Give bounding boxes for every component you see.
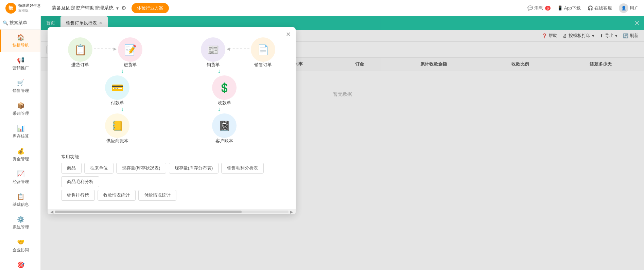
user-area[interactable]: 👤 用户 — [619, 3, 639, 13]
enterprise-icon: 🤝 — [17, 238, 24, 246]
scroll-right-arrow[interactable]: ▶ — [289, 210, 294, 214]
system-title: 装备及固定资产辅助管理系统 ▾ ⚙ 体验行业方案 — [52, 3, 527, 13]
sidebar-item-marketing[interactable]: 📢 营销推广 — [0, 52, 40, 75]
inventory-icon: 📊 — [17, 125, 24, 132]
sidebar-item-purchase[interactable]: 📦 采购管理 — [0, 98, 40, 121]
sidebar-item-operations[interactable]: 📈 经营管理 — [0, 166, 40, 189]
enterprise-label: 企业协同 — [13, 247, 29, 253]
purchase-label: 采购管理 — [13, 111, 29, 116]
supplier-ledger-circle[interactable]: 📒 — [105, 113, 129, 138]
receipt-label: 收款单 — [218, 100, 231, 106]
purchase-order-label: 进货订单 — [71, 62, 89, 68]
app-download-button[interactable]: 📱 App下载 — [557, 5, 581, 11]
sidebar-item-inventory[interactable]: 📊 库存核算 — [0, 121, 40, 143]
sidebar-item-finance[interactable]: 💰 资金管理 — [0, 143, 40, 166]
scroll-left-arrow[interactable]: ◀ — [49, 210, 55, 214]
sidebar-item-basic-info[interactable]: 📋 基础信息 — [0, 189, 40, 212]
down-arrow-receipt: ↓ — [207, 106, 275, 112]
sidebar-search[interactable]: 🔍 搜索菜单 — [0, 16, 40, 30]
newbie-icon: 🎯 — [17, 261, 24, 269]
top-right: 💬 消息 6 📱 App下载 🎧 在线客服 👤 用户 — [527, 3, 639, 13]
purchase-bill-label: 进货单 — [124, 62, 137, 68]
supplier-ledger-label: 供应商账本 — [106, 138, 128, 144]
sales-label: 销售管理 — [13, 88, 29, 94]
sidebar-item-sales[interactable]: 🛒 销售管理 — [0, 75, 40, 98]
func-btn-stock-dist[interactable]: 现存量(库存分布表) — [169, 163, 219, 174]
online-service-button[interactable]: 🎧 在线客服 — [588, 5, 612, 11]
customer-ledger-circle[interactable]: 📓 — [212, 113, 237, 138]
payment-receipt-row: 💳 付款单 💲 收款单 — [61, 75, 282, 106]
purchase-bill-node: 📝 进货单 — [118, 37, 142, 68]
sales-order-label: 销售订单 — [254, 62, 272, 68]
receipt-circle[interactable]: 💲 — [212, 75, 237, 100]
down-arrow-sales: ↓ — [207, 68, 275, 74]
basic-info-icon: 📋 — [17, 193, 24, 200]
trial-button[interactable]: 体验行业方案 — [132, 3, 169, 13]
sales-bill-icon: 📰 — [207, 44, 219, 55]
basic-info-label: 基础信息 — [13, 202, 29, 208]
sales-bill-label: 销货单 — [207, 62, 220, 68]
sidebar: 🔍 搜索菜单 🏠 快捷导航 📢 营销推广 🛒 销售管理 📦 采购管理 📊 库存核… — [0, 16, 41, 270]
sales-icon: 🛒 — [17, 79, 24, 87]
receipt-node-wrapper: 💲 收款单 — [207, 75, 275, 106]
customer-ledger-node: 📓 客户账本 — [212, 113, 237, 144]
quick-nav-icon: 🏠 — [17, 34, 24, 41]
search-icon: 🔍 — [3, 20, 8, 25]
finance-icon: 💰 — [17, 147, 24, 155]
dropdown-arrow-icon[interactable]: ▾ — [116, 5, 119, 11]
purchase-bill-circle[interactable]: 📝 — [118, 37, 142, 62]
logo-sub: 标准版 — [18, 8, 41, 13]
settings-icon[interactable]: ⚙ — [121, 5, 126, 11]
dialog-close-button[interactable]: ✕ — [286, 31, 291, 38]
func-btn-stock-status[interactable]: 现存量(库存状况表) — [116, 163, 166, 174]
sales-bill-circle[interactable]: 📰 — [201, 37, 225, 62]
message-icon: 💬 — [527, 5, 533, 11]
customer-ledger-wrapper: 📓 客户账本 — [207, 113, 275, 144]
arrow-row-2: ↓ ↓ — [61, 68, 282, 74]
quick-nav-dialog: ✕ 📋 进货订单 ▶ 📝 — [48, 27, 296, 214]
func-btn-partner[interactable]: 往来单位 — [84, 163, 114, 174]
marketing-label: 营销推广 — [13, 65, 29, 71]
logo-text: 畅康通好生意 — [18, 3, 41, 8]
avatar: 👤 — [619, 3, 628, 13]
user-label: 用户 — [630, 5, 639, 11]
sidebar-item-newbie[interactable]: 🎯 新手引导 — [0, 257, 40, 270]
customer-ledger-label: 客户账本 — [215, 138, 233, 144]
sidebar-item-system[interactable]: ⚙️ 系统管理 — [0, 212, 40, 234]
payment-circle[interactable]: 💳 — [105, 75, 129, 100]
func-btn-goods-margin[interactable]: 商品毛利分析 — [61, 176, 99, 187]
message-badge: 6 — [545, 6, 551, 11]
payment-label: 付款单 — [111, 100, 124, 106]
system-label: 系统管理 — [13, 224, 29, 230]
func-btn-goods[interactable]: 商品 — [61, 163, 82, 174]
sales-order-circle[interactable]: 📄 — [251, 37, 275, 62]
service-icon: 🎧 — [588, 5, 593, 11]
operations-icon: 📈 — [17, 170, 24, 178]
func-btn-sales-margin[interactable]: 销售毛利分析表 — [221, 163, 264, 174]
sidebar-item-enterprise[interactable]: 🤝 企业协同 — [0, 234, 40, 257]
purchase-flow-group: 📋 进货订单 ▶ 📝 进货单 — [68, 37, 142, 68]
inventory-label: 库存核算 — [13, 133, 29, 139]
down-arrow-payment: ↓ — [68, 106, 136, 112]
sales-bill-node: 📰 销货单 — [201, 37, 225, 68]
func-btn-receipt-stat[interactable]: 收款情况统计 — [98, 190, 136, 201]
payment-icon: 💳 — [111, 82, 123, 93]
system-title-text: 装备及固定资产辅助管理系统 — [52, 5, 114, 11]
arrow-row-4: ↓ ↓ — [61, 106, 282, 112]
payment-node: 💳 付款单 — [105, 75, 129, 106]
sales-order-icon: 📄 — [257, 44, 269, 55]
sidebar-item-quick-nav[interactable]: 🏠 快捷导航 — [0, 30, 40, 52]
logo-icon: 畅 — [5, 3, 16, 14]
func-btn-sales-rank[interactable]: 销售排行榜 — [61, 190, 95, 201]
payment-node-wrapper: 💳 付款单 — [68, 75, 136, 106]
logo-text-block: 畅康通好生意 标准版 — [18, 3, 41, 13]
scroll-track[interactable] — [55, 211, 289, 213]
purchase-order-circle[interactable]: 📋 — [68, 37, 92, 62]
scroll-thumb — [55, 211, 242, 213]
ledger-row: 📒 供应商账本 📓 客户账本 — [61, 113, 282, 144]
message-label: 消息 — [534, 5, 543, 11]
search-menu-label: 搜索菜单 — [10, 20, 27, 26]
message-button[interactable]: 💬 消息 6 — [527, 5, 551, 11]
func-btn-payment-stat[interactable]: 付款情况统计 — [138, 190, 176, 201]
down-arrow-purchase: ↓ — [68, 68, 136, 74]
